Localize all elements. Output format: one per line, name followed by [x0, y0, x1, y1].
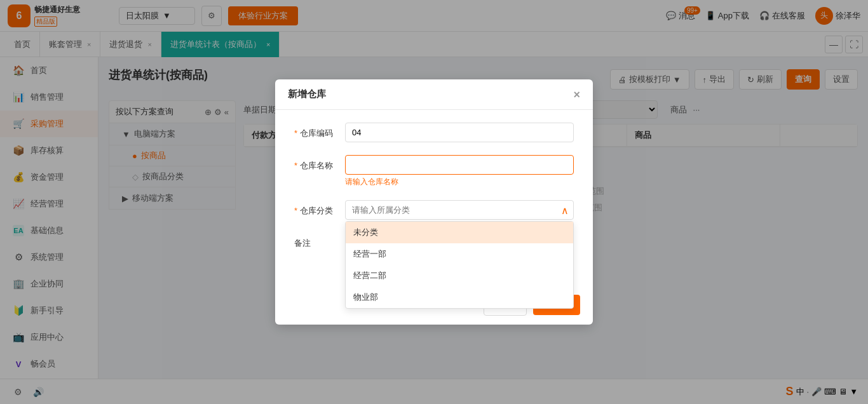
dropdown-item-unclassified[interactable]: 未分类 [346, 222, 573, 243]
form-row-category: 仓库分类 ∧ 未分类 经营一部 经营二部 物业部 [294, 200, 574, 220]
warehouse-category-label: 仓库分类 [294, 200, 345, 217]
warehouse-code-wrap [345, 123, 574, 142]
warehouse-category-wrap: ∧ 未分类 经营一部 经营二部 物业部 [345, 200, 574, 220]
warehouse-name-wrap: 请输入仓库名称 [345, 155, 574, 187]
warehouse-name-input[interactable] [345, 155, 574, 175]
warehouse-name-label: 仓库名称 [294, 155, 345, 172]
warehouse-code-label: 仓库编码 [294, 123, 345, 139]
warehouse-name-error: 请输入仓库名称 [345, 177, 574, 187]
form-row-name: 仓库名称 请输入仓库名称 [294, 155, 574, 187]
category-select-wrap: ∧ [345, 200, 574, 220]
modal-warehouse: 新增仓库 × 仓库编码 仓库名称 请输入仓库名称 仓库分类 [275, 79, 593, 325]
dropdown-item-dept1[interactable]: 经营一部 [346, 243, 573, 265]
category-dropdown: 未分类 经营一部 经营二部 物业部 [345, 221, 574, 309]
form-row-code: 仓库编码 [294, 123, 574, 142]
modal-header: 新增仓库 × [275, 79, 593, 110]
dropdown-item-property[interactable]: 物业部 [346, 286, 573, 308]
modal-close-button[interactable]: × [573, 89, 580, 100]
modal-overlay: 新增仓库 × 仓库编码 仓库名称 请输入仓库名称 仓库分类 [0, 0, 868, 404]
category-input[interactable] [345, 200, 574, 220]
warehouse-code-input[interactable] [345, 123, 574, 142]
modal-body: 仓库编码 仓库名称 请输入仓库名称 仓库分类 ∧ [275, 110, 593, 273]
notes-label: 备注 [294, 232, 345, 249]
dropdown-item-dept2[interactable]: 经营二部 [346, 265, 573, 286]
